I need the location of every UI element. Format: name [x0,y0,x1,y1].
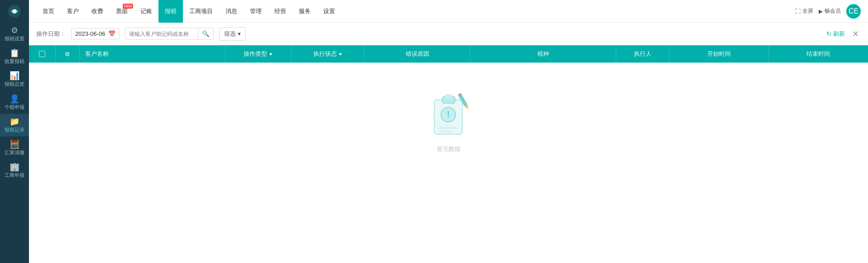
top-nav: 首页客户收费票据new记账报税工商项目消息管理经营服务设置 ⛶ 全屏 ▶ 畅会员… [29,0,868,23]
svg-point-1 [13,10,16,13]
baoshui-zonglan-label: 报税总览 [5,81,24,87]
search-icon: 🔍 [202,30,210,37]
member-label: 畅会员 [825,7,841,15]
nav-items: 首页客户收费票据new记账报税工商项目消息管理经营服务设置 [36,0,795,23]
date-value: 2023-06-06 [75,30,106,37]
th-checkbox [29,45,56,63]
sidebar-item-huisuan-jiaona[interactable]: 🧮汇算清缴 [0,136,29,159]
svg-rect-4 [445,94,452,99]
th-end_time: 结束时间 [768,45,868,63]
nav-item-gongshang-xiangmu[interactable]: 工商项目 [183,0,219,23]
filter-label: 筛选 [224,30,236,38]
geshuishenbao-label: 个税申报 [5,104,24,110]
sidebar-item-baoshui-jilu[interactable]: 📁报税记录 [0,114,29,136]
sidebar-item-geshuishenbao[interactable]: 👤个税申报 [0,91,29,114]
huisuan-jiaona-icon: 🧮 [10,140,19,148]
sidebar-item-baoshui-zonglan[interactable]: 📊报税总览 [0,68,29,91]
baoshui-zonglan-icon: 📊 [10,72,19,80]
gear-icon[interactable]: ⚙ [65,51,70,58]
nav-item-home[interactable]: 首页 [36,0,61,23]
refresh-label: 刷新 [833,30,845,38]
nav-item-shoufei[interactable]: 收费 [85,0,110,23]
table-header: ⚙客户名称操作类型▼执行状态▼错误原因税种执行人开始时间结束时间 [29,45,868,63]
search-wrap: 🔍 [125,28,214,40]
nav-badge-piaoju: new [123,4,133,9]
content-area: 操作日期： 2023-06-06 📅 🔍 筛选 ▾ ↻ 刷新 ✕ [29,23,868,263]
baoshui-jilu-label: 报税记录 [5,127,24,133]
refresh-icon: ↻ [826,30,831,37]
geshuishenbao-icon: 👤 [10,95,19,103]
refresh-button[interactable]: ↻ 刷新 [826,30,845,38]
close-button[interactable]: ✕ [850,27,861,41]
empty-illustration: ! [426,90,471,140]
user-initial: CE [849,7,858,15]
th-name: 客户名称 [79,45,225,63]
app-logo [0,0,29,23]
th-executor: 执行人 [616,45,669,63]
nav-item-guanli[interactable]: 管理 [244,0,268,23]
th-op_type[interactable]: 操作类型▼ [225,45,291,63]
video-icon: ▶ [819,8,823,15]
sidebar: ⚙报税设置📋批量报税📊报税总览👤个税申报📁报税记录🧮汇算清缴🏢工商年报 [0,0,29,263]
sort-icon-status: ▼ [338,52,343,57]
fullscreen-btn[interactable]: ⛶ 全屏 [795,7,813,15]
select-all-checkbox[interactable] [39,51,45,57]
calendar-icon: 📅 [108,30,115,37]
sidebar-item-gongshang-nianbao[interactable]: 🏢工商年报 [0,159,29,182]
huisuan-jiaona-label: 汇算清缴 [5,150,24,156]
svg-rect-7 [439,127,458,129]
search-button[interactable]: 🔍 [198,28,213,39]
date-picker[interactable]: 2023-06-06 📅 [71,28,120,39]
svg-rect-8 [439,131,452,132]
sort-icon-op_type: ▼ [269,52,273,57]
fullscreen-icon: ⛶ [795,8,801,15]
main-table: ⚙客户名称操作类型▼执行状态▼错误原因税种执行人开始时间结束时间 [29,45,868,171]
th-tax: 税种 [470,45,616,63]
search-input[interactable] [125,29,198,39]
empty-text: 暂无数据 [437,145,460,153]
close-icon: ✕ [852,29,859,39]
sidebar-item-piliang-baoshui[interactable]: 📋批量报税 [0,45,29,68]
nav-item-baoshui[interactable]: 报税 [158,0,183,23]
table-wrap: ⚙客户名称操作类型▼执行状态▼错误原因税种执行人开始时间结束时间 [29,45,868,263]
member-btn[interactable]: ▶ 畅会员 [819,7,841,15]
nav-item-jizhang[interactable]: 记账 [134,0,158,23]
date-label: 操作日期： [36,30,66,38]
main-wrap: 首页客户收费票据new记账报税工商项目消息管理经营服务设置 ⛶ 全屏 ▶ 畅会员… [29,0,868,263]
piliang-baoshui-icon: 📋 [10,49,19,57]
empty-state: ! [29,63,868,171]
nav-item-fuwu[interactable]: 服务 [293,0,317,23]
gongshang-nianbao-icon: 🏢 [10,163,19,171]
th-gear: ⚙ [56,45,80,63]
baoshui-shezhi-icon: ⚙ [11,26,18,34]
filter-button[interactable]: 筛选 ▾ [219,27,246,41]
chevron-down-icon: ▾ [238,30,241,37]
baoshui-jilu-icon: 📁 [10,117,19,126]
th-error: 错误原因 [364,45,470,63]
gongshang-nianbao-label: 工商年报 [5,172,24,178]
piliang-baoshui-label: 批量报税 [5,58,24,64]
nav-item-customers[interactable]: 客户 [61,0,85,23]
nav-item-piaoju[interactable]: 票据new [110,0,134,23]
user-avatar[interactable]: CE [846,4,861,19]
nav-item-shezhi[interactable]: 设置 [317,0,341,23]
fullscreen-label: 全屏 [802,7,813,15]
sidebar-item-baoshui-shezhi[interactable]: ⚙报税设置 [0,23,29,45]
baoshui-shezhi-label: 报税设置 [5,36,24,42]
th-start_time: 开始时间 [669,45,769,63]
toolbar: 操作日期： 2023-06-06 📅 🔍 筛选 ▾ ↻ 刷新 ✕ [29,23,868,45]
topnav-right: ⛶ 全屏 ▶ 畅会员 CE [795,4,861,19]
svg-text:!: ! [446,109,450,119]
th-status[interactable]: 执行状态▼ [292,45,364,63]
nav-item-xiaoxi[interactable]: 消息 [219,0,244,23]
nav-item-jingying[interactable]: 经营 [268,0,293,23]
